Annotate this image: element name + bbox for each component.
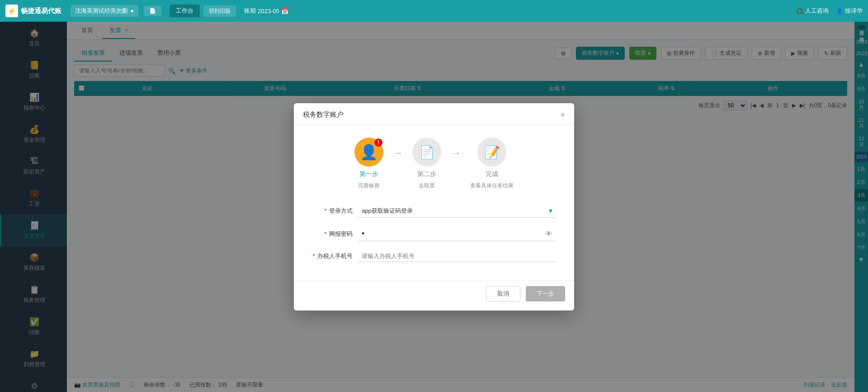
login-method-dropdown-icon: ▾ xyxy=(549,206,552,215)
doc-icon-btn[interactable]: 📄 xyxy=(144,6,161,16)
user-info[interactable]: 👤 徐泽华 xyxy=(836,7,863,15)
step-1-icon-wrap: 👤 ! xyxy=(354,138,383,167)
login-method-value: app获取验证码登录 xyxy=(362,207,549,215)
dialog-footer: 取消 下一步 xyxy=(294,280,574,311)
step-1-label: 第一步 xyxy=(359,170,378,178)
workbench-btn[interactable]: 工作台 xyxy=(170,5,200,17)
company-dropdown-icon: ▾ xyxy=(131,8,134,14)
step-1: 👤 ! 第一步 完善账密 xyxy=(354,138,383,190)
password-row: * 网报密码 • 👁 xyxy=(312,227,556,241)
password-field[interactable]: • 👁 xyxy=(358,227,556,241)
switch-old-btn[interactable]: 切到旧版 xyxy=(203,5,236,17)
login-method-select[interactable]: app获取验证码登录 ▾ xyxy=(358,204,556,218)
dialog-form: * 登录方式 app获取验证码登录 ▾ * 网报密码 • xyxy=(312,204,556,262)
period-info: 账期 2023-05 📅 xyxy=(244,7,288,15)
step-2-icon-wrap: 📄 xyxy=(412,138,441,167)
step-1-error-badge: ! xyxy=(374,139,382,147)
user-avatar-icon: 👤 xyxy=(836,8,843,14)
tax-digital-dialog: 税务数字账户 × 👤 ! 第一步 完善账密 → xyxy=(294,103,574,311)
password-label: * 网报密码 xyxy=(312,230,353,238)
step-arrow-1: → xyxy=(383,147,412,159)
customer-service[interactable]: 🎧 人工咨询 xyxy=(796,7,829,15)
step-2-label: 第二步 xyxy=(417,170,436,178)
step-1-sublabel: 完善账密 xyxy=(358,182,380,190)
headset-icon: 🎧 xyxy=(796,8,803,14)
step-3-icon-wrap: 📝 xyxy=(477,138,506,167)
app-name: 畅捷通易代账 xyxy=(21,7,61,15)
company-selector[interactable]: 沈海英测试经营勿删 ▾ xyxy=(71,5,138,17)
step-2-icon: 📄 xyxy=(419,145,435,160)
step-2-sublabel: 去取票 xyxy=(419,182,435,190)
header-right: 🎧 人工咨询 👤 徐泽华 xyxy=(796,7,863,15)
step-arrow-2: → xyxy=(441,147,470,159)
calendar-icon[interactable]: 📅 xyxy=(281,8,288,14)
step-3: 📝 完成 查看具体任务结果 xyxy=(470,138,514,190)
password-dot: • xyxy=(362,229,545,239)
header-icons: 📄 工作台 切到旧版 账期 2023-05 📅 xyxy=(144,5,288,17)
logo-icon: ⚡ xyxy=(5,5,18,17)
step-2: 📄 第二步 去取票 xyxy=(412,138,441,190)
company-name: 沈海英测试经营勿删 xyxy=(75,7,128,15)
phone-input[interactable] xyxy=(358,250,556,262)
dialog-body: 👤 ! 第一步 完善账密 → 📄 第二步 去取票 → xyxy=(294,125,574,280)
step-3-sublabel: 查看具体任务结果 xyxy=(470,182,514,190)
step-3-icon: 📝 xyxy=(484,145,500,160)
login-method-label: * 登录方式 xyxy=(312,207,353,215)
password-toggle-icon[interactable]: 👁 xyxy=(545,230,552,238)
top-header: ⚡ 畅捷通易代账 沈海英测试经营勿删 ▾ 📄 工作台 切到旧版 账期 2023-… xyxy=(0,0,868,22)
dialog-title: 税务数字账户 xyxy=(303,110,344,119)
phone-row: * 办税人手机号 xyxy=(312,250,556,262)
dialog-close-btn[interactable]: × xyxy=(560,111,565,119)
next-button[interactable]: 下一步 xyxy=(526,286,565,301)
cancel-button[interactable]: 取消 xyxy=(486,286,520,301)
phone-label: * 办税人手机号 xyxy=(312,252,353,260)
login-method-row: * 登录方式 app获取验证码登录 ▾ xyxy=(312,204,556,218)
app-logo: ⚡ 畅捷通易代账 xyxy=(5,5,61,17)
step-3-label: 完成 xyxy=(486,170,498,178)
step-1-icon: 👤 xyxy=(360,143,378,161)
stepper: 👤 ! 第一步 完善账密 → 📄 第二步 去取票 → xyxy=(312,138,556,190)
dialog-header: 税务数字账户 × xyxy=(294,103,574,125)
dialog-overlay: 税务数字账户 × 👤 ! 第一步 完善账密 → xyxy=(0,22,868,392)
